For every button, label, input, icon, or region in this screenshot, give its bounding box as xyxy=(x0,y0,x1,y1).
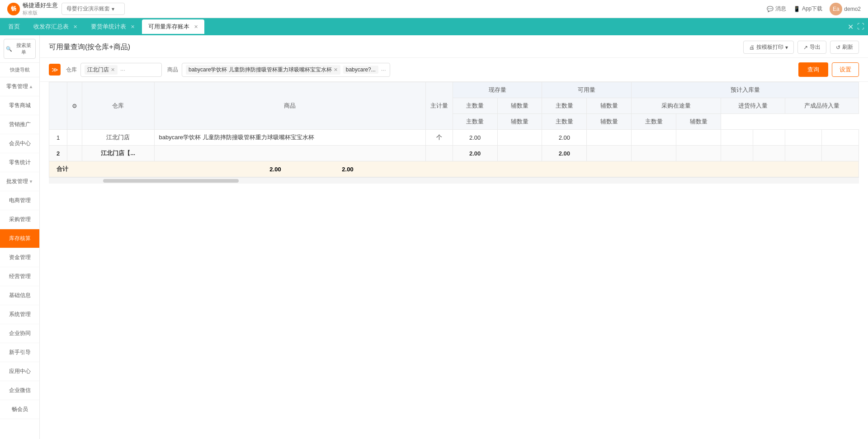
print-icon: 🖨 xyxy=(749,44,755,51)
cell-production-main xyxy=(785,130,822,146)
cell-available-aux-2 xyxy=(587,146,632,161)
expand-filter-btn[interactable]: ≫ xyxy=(49,64,61,76)
cell-purchase-aux-2 xyxy=(676,146,721,161)
sidebar-item-retail-mall[interactable]: 零售商城 xyxy=(0,96,39,115)
cell-available-aux xyxy=(587,130,632,146)
cell-production-main-2 xyxy=(785,146,822,161)
sidebar-item-inventory[interactable]: 库存核算 xyxy=(0,229,39,248)
cell-warehouse: 江北门店 xyxy=(82,130,155,146)
product-input[interactable]: babycare学饮杯 儿童防摔防撞吸管杯重力球吸嘴杯宝宝水杯 ✕ babyca… xyxy=(182,63,390,77)
search-icon: 🔍 xyxy=(6,46,12,52)
warehouse-input[interactable]: 江北门店 ✕ ··· xyxy=(80,63,162,77)
refresh-btn[interactable]: ↺ 刷新 xyxy=(830,41,859,54)
footer-label: 合计 xyxy=(49,165,257,173)
th-current-stock-group: 现存量 xyxy=(453,82,542,98)
product-more-icon[interactable]: ··· xyxy=(381,66,386,73)
th-production-pending-group: 产成品待入量 xyxy=(785,98,859,114)
th-product: 商品 xyxy=(154,82,425,130)
th-current-aux: 辅数量 xyxy=(497,98,542,114)
sidebar-item-basics[interactable]: 基础信息 xyxy=(0,286,39,305)
remove-warehouse-tag[interactable]: ✕ xyxy=(111,67,115,73)
cell-unit: 个 xyxy=(425,130,453,146)
warehouse-tag: 江北门店 ✕ xyxy=(85,65,118,75)
query-btn[interactable]: 查询 xyxy=(798,62,828,77)
filter-area: ≫ 仓库 江北门店 ✕ ··· 商品 babycare xyxy=(40,58,868,82)
filter-actions: 查询 设置 xyxy=(798,62,859,77)
close-window-btn[interactable]: ✕ xyxy=(848,23,854,31)
top-bar: 畅 畅捷通好生意 标准版 母婴行业演示账套 ▾ 💬 消息 📱 App下载 Ea … xyxy=(0,0,868,18)
sidebar-item-app-center[interactable]: 应用中心 xyxy=(0,362,39,381)
page-header: 可用量查询(按仓库+商品) 🖨 按模板打印 ▾ ↗ 导出 ↺ 刷新 xyxy=(40,35,868,58)
tab-available-inventory[interactable]: 可用量库存账本 ✕ xyxy=(142,19,204,34)
fullscreen-btn[interactable]: ⛶ xyxy=(857,23,864,31)
sidebar-item-purchase[interactable]: 采购管理 xyxy=(0,210,39,229)
print-btn[interactable]: 🖨 按模板打印 ▾ xyxy=(743,41,794,54)
sidebar-item-retail-mgmt[interactable]: 零售管理 ▲ xyxy=(0,77,39,96)
cell-settings[interactable] xyxy=(67,130,82,146)
remove-product-tag-1[interactable]: ✕ xyxy=(334,67,338,73)
avatar-img: Ea xyxy=(830,3,842,15)
inventory-table: ⚙ 仓库 商品 主计量 现存量 可用量 预计入库量 主数量 辅数量 主数量 xyxy=(49,82,859,161)
sidebar-item-ecommerce[interactable]: 电商管理 xyxy=(0,191,39,210)
th-production-main: 主数量 xyxy=(632,114,676,130)
top-bar-right: 💬 消息 📱 App下载 Ea demo2 xyxy=(767,3,861,15)
sidebar-item-members[interactable]: 会员中心 xyxy=(0,134,39,153)
sidebar-item-operations[interactable]: 经营管理 xyxy=(0,267,39,286)
app-download-btn[interactable]: 📱 App下载 xyxy=(793,5,822,13)
dropdown-icon: ▾ xyxy=(785,44,788,51)
sidebar-item-finance[interactable]: 资金管理 xyxy=(0,248,39,267)
sidebar-item-guide[interactable]: 新手引导 xyxy=(0,343,39,362)
message-icon: 💬 xyxy=(767,6,774,12)
th-unit: 主计量 xyxy=(425,82,453,130)
cell-inbound-main-2 xyxy=(721,146,753,161)
search-menu-btn[interactable]: 🔍 搜索菜单 xyxy=(4,39,36,59)
page-container: 可用量查询(按仓库+商品) 🖨 按模板打印 ▾ ↗ 导出 ↺ 刷新 xyxy=(40,35,868,439)
logo-area: 畅 畅捷通好生意 标准版 xyxy=(7,1,58,16)
tab-order-stats[interactable]: 要货单统计表 ✕ xyxy=(85,19,141,34)
industry-selector[interactable]: 母婴行业演示账套 ▾ xyxy=(61,3,125,15)
app-info: 畅捷通好生意 标准版 xyxy=(23,1,58,16)
th-available-aux: 辅数量 xyxy=(587,98,632,114)
cell-unit-2 xyxy=(425,146,453,161)
th-inbound-pending-group: 进货待入量 xyxy=(721,98,785,114)
cell-current-main: 2.00 xyxy=(453,130,497,146)
cell-settings-2[interactable] xyxy=(67,146,82,161)
product-label: 商品 xyxy=(167,66,178,74)
sidebar-item-marketing[interactable]: 营销推广 xyxy=(0,115,39,134)
export-btn[interactable]: ↗ 导出 xyxy=(797,41,826,54)
more-options-icon[interactable]: ··· xyxy=(120,66,125,73)
sidebar-item-enterprise[interactable]: 企业协同 xyxy=(0,324,39,343)
th-inbound-main: 主数量 xyxy=(542,114,587,130)
scroll-thumb[interactable] xyxy=(103,179,239,183)
sidebar-item-system[interactable]: 系统管理 xyxy=(0,305,39,324)
export-icon: ↗ xyxy=(803,44,808,51)
sidebar-item-retail-stats[interactable]: 零售统计 xyxy=(0,153,39,172)
sidebar-item-wechat[interactable]: 企业微信 xyxy=(0,381,39,400)
app-logo: 畅 xyxy=(7,3,20,15)
cell-production-aux-2 xyxy=(822,146,859,161)
page-actions: 🖨 按模板打印 ▾ ↗ 导出 ↺ 刷新 xyxy=(743,41,859,54)
horizontal-scrollbar[interactable] xyxy=(49,177,859,184)
cell-inbound-aux xyxy=(753,130,785,146)
message-btn[interactable]: 💬 消息 xyxy=(767,5,786,13)
tab-receipts[interactable]: 收发存汇总表 ✕ xyxy=(27,19,84,34)
tab-home[interactable]: 首页 xyxy=(2,19,26,34)
cell-available-main: 2.00 xyxy=(542,130,587,146)
th-settings: ⚙ xyxy=(67,82,82,130)
arrow-icon: ▼ xyxy=(29,179,33,184)
sidebar: 🔍 搜索菜单 快捷导航 零售管理 ▲ 零售商城 营销推广 会员中心 零售统计 批… xyxy=(0,35,40,439)
sidebar-quick-nav[interactable]: 快捷导航 xyxy=(0,63,39,77)
main-content: 可用量查询(按仓库+商品) 🖨 按模板打印 ▾ ↗ 导出 ↺ 刷新 xyxy=(40,35,868,439)
cell-inbound-aux-2 xyxy=(753,146,785,161)
settings-btn[interactable]: 设置 xyxy=(832,62,859,77)
close-tab-order-stats[interactable]: ✕ xyxy=(131,24,135,30)
close-tab-receipts[interactable]: ✕ xyxy=(73,24,77,30)
nav-tabs-right: ✕ ⛶ xyxy=(848,23,868,31)
close-tab-available-inventory[interactable]: ✕ xyxy=(194,24,198,30)
sidebar-item-batch-mgmt[interactable]: 批发管理 ▼ xyxy=(0,172,39,191)
cell-index-2: 2 xyxy=(49,146,67,161)
sidebar-item-members2[interactable]: 畅会员 xyxy=(0,400,39,419)
warehouse-label: 仓库 xyxy=(66,66,77,74)
user-avatar[interactable]: Ea demo2 xyxy=(830,3,861,15)
footer-current-main: 2.00 xyxy=(257,166,293,173)
